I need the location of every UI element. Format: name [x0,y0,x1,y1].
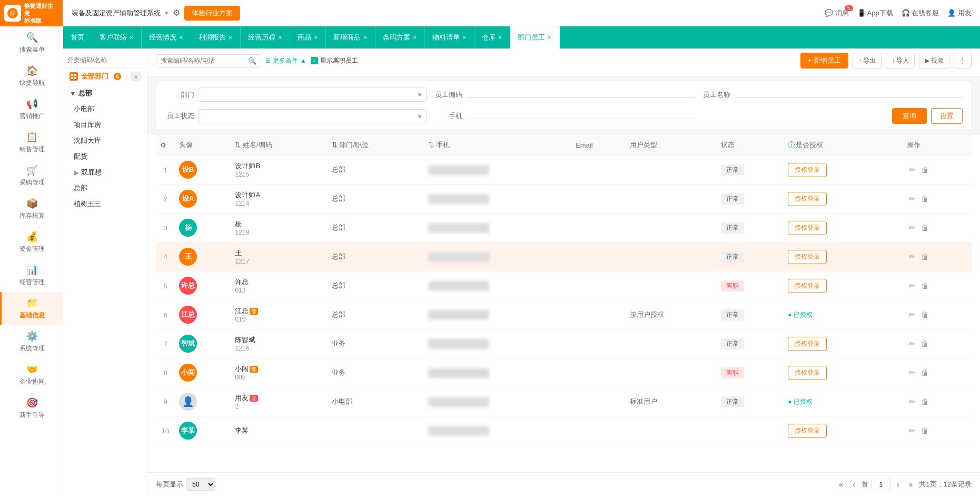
topbar-gear-icon[interactable]: ⚙ [173,8,180,18]
tab-operation[interactable]: 经营情况 ✕ [142,26,191,48]
edit-button[interactable]: ✏ [907,222,917,233]
th-phone[interactable]: ⇅ 手机 [424,135,571,155]
tab-bom-close[interactable]: ✕ [462,34,467,41]
tab-customer-close[interactable]: ✕ [129,34,134,41]
dept-node-project[interactable]: 项目库房 [63,117,147,133]
sidebar-item-sales[interactable]: 📋 销售管理 [0,126,63,159]
tab-product[interactable]: 商品 ✕ [290,26,326,48]
tab-barcode[interactable]: 条码方案 ✕ [375,26,425,48]
tab-employee[interactable]: 部门员工 ✕ [510,26,560,48]
sidebar-item-guide[interactable]: 🎯 新手引导 [0,392,63,425]
empcode-input[interactable] [467,92,695,98]
auth-login-button[interactable]: 授权登录 [788,279,827,293]
dept-node-hq2[interactable]: 总部 [63,180,147,196]
sidebar-item-purchase[interactable]: 🛒 采购管理 [0,159,63,192]
delete-button[interactable]: 🗑 [919,309,930,320]
employee-search-input[interactable] [161,57,248,64]
tab-profit-close[interactable]: ✕ [228,34,233,41]
delete-button[interactable]: 🗑 [919,222,930,233]
tab-addproduct[interactable]: 新增商品 ✕ [326,26,375,48]
edit-button[interactable]: ✏ [907,251,917,262]
tab-warehouse-close[interactable]: ✕ [498,34,502,41]
dept-node-shuang[interactable]: ▶ 双鹿想 [63,164,147,180]
tab-warehouse[interactable]: 仓库 ✕ [474,26,510,48]
add-employee-button[interactable]: + 新增员工 [800,53,848,69]
more-conditions-btn[interactable]: ⊞ 更多条件 ▲ [265,56,306,65]
auth-login-button[interactable]: 授权登录 [788,424,827,438]
empname-input[interactable] [735,92,963,98]
show-resigned-toggle[interactable]: ✓ 显示离职员工 [311,56,358,65]
more-button[interactable]: ⋮ [954,53,972,69]
edit-button[interactable]: ✏ [907,164,917,175]
delete-button[interactable]: 🗑 [919,367,930,378]
sidebar-item-inventory[interactable]: 📦 库存核算 [0,192,63,226]
app-download-btn[interactable]: 📱 App下载 [857,8,893,18]
tab-history[interactable]: 经营历程 ✕ [241,26,290,48]
dept-node-distribution[interactable]: 配货 [63,149,147,164]
tab-operation-close[interactable]: ✕ [179,34,183,41]
auth-login-button[interactable]: 授权登录 [788,163,827,177]
sidebar-item-management[interactable]: 📊 经营管理 [0,259,63,292]
export-button[interactable]: ↑ 导出 [853,53,882,69]
delete-button[interactable]: 🗑 [919,280,930,291]
edit-button[interactable]: ✏ [907,396,917,407]
prev-page-btn[interactable]: ‹ [849,479,858,490]
sidebar-item-search[interactable]: 🔍 搜索菜单 [0,26,63,60]
delete-button[interactable]: 🗑 [919,338,930,349]
dept-node-headquarters[interactable]: ▼ 总部 [63,85,147,101]
user-btn[interactable]: 👤 用友 [947,8,972,18]
page-number-input[interactable] [872,479,890,490]
reset-button[interactable]: 设置 [931,108,963,124]
sidebar-item-finance[interactable]: 💰 资金管理 [0,226,63,259]
delete-button[interactable]: 🗑 [919,396,930,407]
tab-home[interactable]: 首页 [63,26,92,48]
delete-button[interactable]: 🗑 [919,164,930,175]
edit-button[interactable]: ✏ [907,280,917,291]
edit-button[interactable]: ✏ [907,425,917,436]
sidebar-item-system[interactable]: ⚙️ 系统管理 [0,325,63,358]
edit-button[interactable]: ✏ [907,193,917,204]
th-name[interactable]: ⇅ 姓名/编码 [231,135,327,155]
trial-button[interactable]: 体验行业方案 [184,6,240,21]
sidebar-item-marketing[interactable]: 📢 营销推广 [0,93,63,126]
phone-input[interactable] [467,113,695,119]
next-page-btn[interactable]: › [894,479,903,490]
edit-button[interactable]: ✏ [907,367,917,378]
tab-product-close[interactable]: ✕ [313,34,318,41]
auth-login-button[interactable]: 授权登录 [788,366,827,380]
auth-login-button[interactable]: 授权登录 [788,337,827,351]
tab-customer[interactable]: 客户联络 ✕ [92,26,142,48]
sidebar-item-collab[interactable]: 🤝 企业协同 [0,358,63,392]
delete-button[interactable]: 🗑 [919,193,930,204]
online-service-btn[interactable]: 🎧 在线客服 [902,8,939,18]
edit-button[interactable]: ✏ [907,338,917,349]
import-button[interactable]: ↓ 导入 [886,53,915,69]
tab-profit[interactable]: 利润报告 ✕ [191,26,241,48]
per-page-select[interactable]: 50 100 [186,478,215,491]
delete-button[interactable]: 🗑 [919,251,930,262]
all-dept-header[interactable]: 全部部门 6 « [63,67,147,85]
auth-login-button[interactable]: 授权登录 [788,250,827,264]
query-button[interactable]: 查询 [892,108,927,124]
auth-login-button[interactable]: 授权登录 [788,192,827,206]
sidebar-item-quicknav[interactable]: 🏠 快捷导航 [0,60,63,93]
tab-barcode-close[interactable]: ✕ [412,34,417,41]
dept-select[interactable]: ▾ [199,87,427,102]
video-button[interactable]: ▶ 视频 [919,53,949,69]
edit-button[interactable]: ✏ [907,309,917,320]
sidebar-item-basic[interactable]: 📁 基础信息 [0,292,63,325]
th-dept[interactable]: ⇅ 部门/职位 [328,135,424,155]
dept-node-electric[interactable]: 小电部 [63,101,147,117]
delete-button[interactable]: 🗑 [919,425,930,436]
dept-node-zhishu[interactable]: 植树王三 [63,196,147,212]
tab-bom[interactable]: 物料清单 ✕ [425,26,474,48]
tab-employee-close[interactable]: ✕ [547,34,552,41]
dept-search-input[interactable] [67,56,146,64]
first-page-btn[interactable]: « [836,479,846,490]
auth-login-button[interactable]: 授权登录 [788,221,827,235]
tab-addproduct-close[interactable]: ✕ [363,34,368,41]
tab-history-close[interactable]: ✕ [278,34,282,41]
empstatus-select[interactable]: ▾ [199,109,427,123]
last-page-btn[interactable]: » [906,479,916,490]
message-btn[interactable]: 💬 5 消息 [825,8,849,18]
